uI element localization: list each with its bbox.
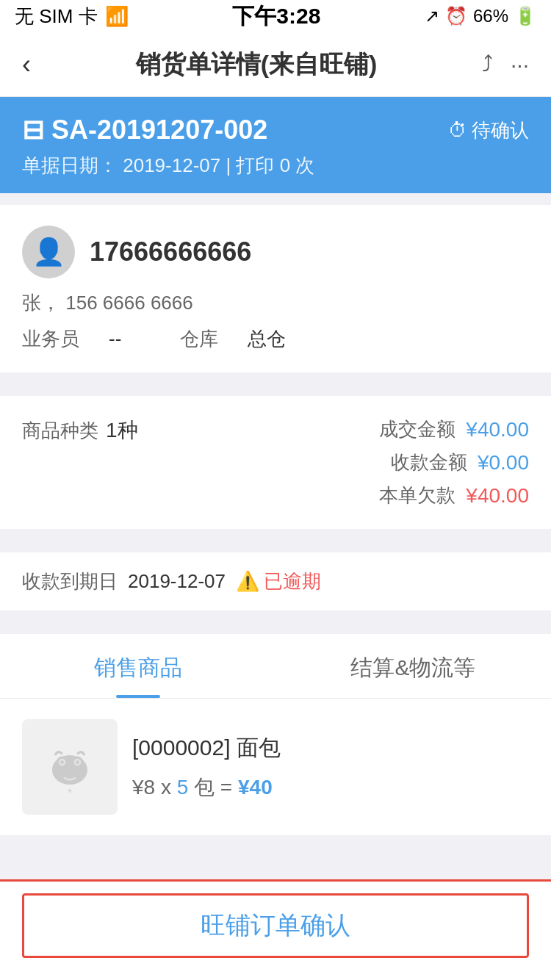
print-label: 打印 bbox=[236, 154, 274, 176]
amount-row-2: 收款金额 ¥0.00 bbox=[391, 450, 529, 475]
staff-label: 业务员 bbox=[22, 326, 79, 352]
summary-card: 商品种类 1种 成交金额 ¥40.00 收款金额 ¥0.00 本单欠款 ¥40.… bbox=[0, 396, 551, 529]
price-unit: ¥8 bbox=[132, 776, 155, 799]
due-date: 2019-12-07 bbox=[128, 570, 226, 593]
page-title: 销货单详情(来自旺铺) bbox=[136, 48, 378, 82]
status-right: ↗ ⏰ 66% 🔋 bbox=[425, 6, 536, 26]
product-name: [0000002] 面包 bbox=[132, 733, 529, 763]
customer-card: 👤 17666666666 张， 156 6666 6666 业务员 -- 仓库… bbox=[0, 205, 551, 372]
svg-point-6 bbox=[76, 760, 79, 764]
share-icon[interactable]: ⤴ bbox=[482, 52, 493, 77]
order-date: 2019-12-07 bbox=[123, 154, 220, 176]
amount-label-2: 收款金额 bbox=[391, 450, 467, 475]
category-label: 商品种类 bbox=[22, 418, 98, 444]
divider-1 bbox=[0, 193, 551, 205]
divider-3 bbox=[0, 541, 551, 552]
print-count: 0 bbox=[280, 154, 290, 176]
avatar: 👤 bbox=[22, 226, 75, 278]
product-thumb-icon: + bbox=[40, 738, 99, 796]
unit-label: 包 bbox=[194, 776, 215, 799]
tab-label-1: 销售商品 bbox=[94, 655, 182, 680]
date-label: 单据日期： bbox=[22, 154, 118, 176]
amount-value-2: ¥0.00 bbox=[478, 451, 529, 475]
status-clock-icon: ⏱ bbox=[448, 119, 467, 142]
battery-label: 66% bbox=[473, 6, 508, 26]
total-amount: ¥40 bbox=[238, 776, 273, 799]
product-code: [0000002] bbox=[132, 735, 230, 760]
header-top: ⊟ SA-20191207-002 ⏱ 待确认 bbox=[22, 115, 529, 145]
print-unit: 次 bbox=[295, 154, 314, 176]
amount-label-3: 本单欠款 bbox=[379, 483, 455, 508]
svg-point-5 bbox=[60, 760, 64, 764]
bottom-bar: 旺铺订单确认 bbox=[0, 879, 551, 980]
divider-4 bbox=[0, 622, 551, 634]
customer-row: 业务员 -- 仓库 总仓 bbox=[22, 326, 529, 352]
separator: | bbox=[226, 154, 236, 176]
order-status-badge: ⏱ 待确认 bbox=[448, 118, 529, 143]
product-price: ¥8 x 5 包 = ¥40 bbox=[132, 774, 529, 801]
amount-row-1: 成交金额 ¥40.00 bbox=[379, 417, 529, 442]
multiply-symbol: x bbox=[161, 776, 171, 799]
customer-name-text: 张， bbox=[22, 292, 60, 314]
customer-name: 17666666666 bbox=[90, 237, 251, 267]
amount-label-1: 成交金额 bbox=[379, 417, 455, 442]
order-id: ⊟ SA-20191207-002 bbox=[22, 115, 267, 145]
carrier-label: 无 SIM 卡 bbox=[15, 4, 98, 29]
tabs-bar: 销售商品 结算&物流等 bbox=[0, 634, 551, 699]
due-card: 收款到期日 2019-12-07 ⚠️ 已逾期 bbox=[0, 552, 551, 610]
customer-detail: 张， 156 6666 6666 bbox=[22, 290, 529, 316]
order-header-card: ⊟ SA-20191207-002 ⏱ 待确认 单据日期： 2019-12-07… bbox=[0, 97, 551, 193]
order-meta: 单据日期： 2019-12-07 | 打印 0 次 bbox=[22, 153, 529, 179]
amount-value-1: ¥40.00 bbox=[466, 418, 529, 442]
order-id-text: SA-20191207-002 bbox=[51, 115, 267, 145]
status-bar: 无 SIM 卡 📶 下午3:28 ↗ ⏰ 66% 🔋 bbox=[0, 0, 551, 32]
tab-label-2: 结算&物流等 bbox=[350, 655, 475, 680]
svg-text:+: + bbox=[68, 786, 73, 795]
alarm-icon: ⏰ bbox=[445, 6, 467, 26]
overdue-badge: ⚠️ 已逾期 bbox=[236, 569, 321, 594]
more-icon[interactable]: ··· bbox=[511, 52, 529, 77]
summary-right: 成交金额 ¥40.00 收款金额 ¥0.00 本单欠款 ¥40.00 bbox=[379, 417, 529, 508]
nav-bar: ‹ 销货单详情(来自旺铺) ⤴ ··· bbox=[0, 32, 551, 97]
product-thumbnail: + bbox=[22, 719, 118, 815]
warning-icon: ⚠️ bbox=[236, 570, 259, 593]
customer-alt-phone: 156 6666 6666 bbox=[65, 292, 193, 314]
order-id-icon: ⊟ bbox=[22, 115, 44, 145]
staff-value: -- bbox=[109, 328, 121, 350]
back-button[interactable]: ‹ bbox=[22, 49, 31, 80]
tab-sales-product[interactable]: 销售商品 bbox=[0, 634, 276, 698]
wifi-icon: 📶 bbox=[105, 5, 129, 28]
due-label: 收款到期日 bbox=[22, 569, 118, 594]
customer-top: 👤 17666666666 bbox=[22, 226, 529, 278]
summary-left: 商品种类 1种 bbox=[22, 417, 138, 444]
amount-value-3: ¥40.00 bbox=[466, 484, 529, 508]
warehouse-value: 总仓 bbox=[248, 326, 286, 352]
avatar-icon: 👤 bbox=[32, 237, 65, 267]
location-icon: ↗ bbox=[425, 6, 439, 26]
nav-actions: ⤴ ··· bbox=[482, 52, 529, 77]
category-value: 1种 bbox=[106, 417, 138, 444]
equals-symbol: = bbox=[220, 776, 232, 799]
product-name-text: 面包 bbox=[237, 735, 281, 760]
tab-settlement[interactable]: 结算&物流等 bbox=[276, 634, 551, 698]
warehouse-label: 仓库 bbox=[180, 326, 218, 352]
overdue-text: 已逾期 bbox=[264, 569, 321, 594]
status-left: 无 SIM 卡 📶 bbox=[15, 4, 129, 29]
product-info: [0000002] 面包 ¥8 x 5 包 = ¥40 bbox=[132, 733, 529, 801]
quantity-value: 5 bbox=[177, 776, 189, 799]
product-item: + [0000002] 面包 ¥8 x 5 包 = ¥40 bbox=[0, 699, 551, 835]
confirm-order-button[interactable]: 旺铺订单确认 bbox=[22, 893, 529, 958]
product-list: + [0000002] 面包 ¥8 x 5 包 = ¥40 bbox=[0, 699, 551, 835]
battery-icon: 🔋 bbox=[514, 6, 536, 26]
time-label: 下午3:28 bbox=[232, 1, 320, 32]
divider-2 bbox=[0, 384, 551, 396]
amount-row-3: 本单欠款 ¥40.00 bbox=[379, 483, 529, 508]
category-row: 商品种类 1种 bbox=[22, 417, 138, 444]
order-status-text: 待确认 bbox=[472, 118, 529, 143]
